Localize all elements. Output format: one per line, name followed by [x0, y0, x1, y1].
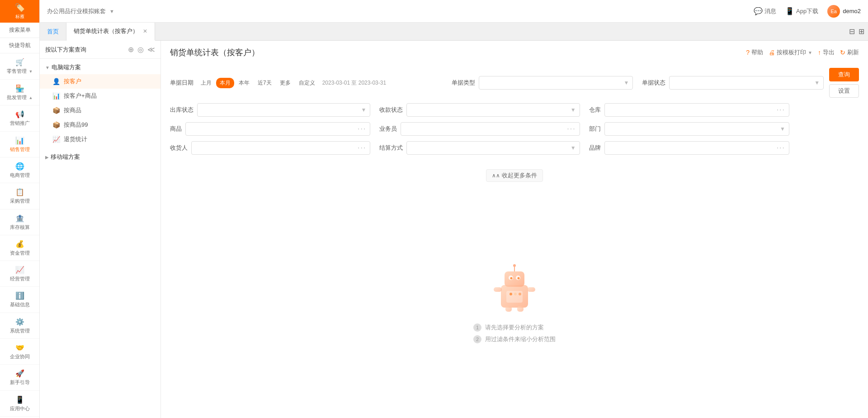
- query-button[interactable]: 查询: [829, 68, 859, 81]
- sidebar-item-guide[interactable]: 🚀 新手引导: [0, 365, 39, 390]
- sidebar-item-purchase[interactable]: 📋 采购管理: [0, 183, 39, 209]
- svg-point-4: [510, 277, 513, 280]
- date-tab-custom[interactable]: 自定义: [295, 78, 319, 88]
- tab-minimize-icon[interactable]: ⊟: [849, 27, 855, 36]
- date-label: 单据日期: [170, 79, 193, 87]
- date-filter-item: 单据日期 上月 本月 本年 近7天 更多 自定义 20: [170, 78, 443, 88]
- settings-scheme-icon[interactable]: ◎: [137, 45, 144, 54]
- tab-maximize-icon[interactable]: ⊞: [859, 27, 864, 36]
- left-panel: 按以下方案查询 ⊕ ◎ ≪ ▼ 电脑端方案 👤 按客户: [40, 41, 161, 418]
- scheme-item-by-customer[interactable]: 👤 按客户: [40, 74, 160, 89]
- print-btn[interactable]: 🖨 按模板打印 ▼: [769, 48, 812, 57]
- order-type-dropdown[interactable]: ▼: [479, 76, 633, 90]
- tab-close-icon[interactable]: ✕: [143, 28, 147, 34]
- receiver-input[interactable]: ···: [191, 141, 370, 155]
- brand-input[interactable]: ···: [604, 141, 789, 155]
- header-title: 办公用品行业模拟账套: [47, 7, 106, 15]
- tab-bar-actions: ⊟ ⊞: [849, 27, 868, 36]
- top-header: 办公用品行业模拟账套 ▼ 💬 消息 📱 App下载 Ea demo2: [40, 0, 868, 23]
- sidebar-item-system[interactable]: ⚙️ 系统管理: [0, 313, 39, 339]
- goods-dots: ···: [358, 125, 366, 133]
- settlement-dropdown[interactable]: ▼: [406, 141, 580, 155]
- user-name: demo2: [843, 8, 861, 14]
- sidebar-item-sales[interactable]: 📊 销售管理: [0, 132, 39, 157]
- tab-home[interactable]: 首页: [40, 23, 66, 41]
- payment-status-dropdown-icon: ▼: [571, 107, 576, 113]
- scheme-item-by-goods-99[interactable]: 📦 按商品99: [40, 118, 160, 132]
- date-tab-this-month[interactable]: 本月: [216, 78, 234, 88]
- sidebar-item-enterprise[interactable]: 🤝 企业协同: [0, 339, 39, 365]
- date-tab-more[interactable]: 更多: [276, 78, 294, 88]
- sidebar-item-inventory[interactable]: 🏦 库存核算: [0, 209, 39, 235]
- quick-nav-item[interactable]: 快捷导航: [0, 38, 39, 53]
- sidebar-item-wholesale[interactable]: 🏪 批发管理 ▲: [0, 80, 39, 106]
- sidebar-item-appcenter[interactable]: 📱 应用中心: [0, 391, 39, 417]
- department-dropdown-icon: ▼: [780, 126, 785, 132]
- sidebar-item-marketing[interactable]: 📢 营销推广: [0, 105, 39, 131]
- tab-sales-stats[interactable]: 销货单统计表（按客户） ✕: [66, 23, 155, 41]
- export-btn[interactable]: ↑ 导出: [818, 48, 835, 57]
- home-tab-label: 首页: [47, 28, 59, 36]
- desktop-section-header[interactable]: ▼ 电脑端方案: [40, 61, 160, 74]
- scheme-item-by-customer-goods[interactable]: 📊 按客户+商品: [40, 89, 160, 103]
- scheme-item-by-goods[interactable]: 📦 按商品: [40, 103, 160, 118]
- department-dropdown[interactable]: ▼: [604, 122, 789, 136]
- add-scheme-icon[interactable]: ⊕: [128, 45, 134, 54]
- salesperson-input[interactable]: ···: [401, 122, 580, 136]
- stock-status-dropdown[interactable]: ▼: [197, 103, 370, 117]
- operation-icon: 📈: [15, 266, 24, 274]
- sidebar-item-ecommerce[interactable]: 🌐 电商管理: [0, 157, 39, 183]
- mobile-arrow-icon: ▶: [45, 155, 49, 160]
- basic-icon: ℹ️: [15, 291, 24, 300]
- page-title-bar: 销货单统计表（按客户） ? 帮助 🖨 按模板打印 ▼ ↑: [161, 41, 868, 62]
- goods-input[interactable]: ···: [185, 122, 370, 136]
- order-status-dropdown-icon: ▼: [814, 80, 820, 86]
- help-btn[interactable]: ? 帮助: [746, 48, 763, 57]
- svg-rect-1: [505, 271, 524, 287]
- app-download-action[interactable]: 📱 App下载: [785, 7, 818, 15]
- warehouse-input[interactable]: ···: [604, 103, 789, 117]
- payment-status-label: 收款状态: [379, 106, 403, 114]
- message-action[interactable]: 💬 消息: [754, 7, 776, 15]
- warehouse-label: 仓库: [589, 106, 601, 114]
- collapse-button[interactable]: ∧∧ 收起更多条件: [486, 169, 543, 182]
- date-tabs: 上月 本月 本年 近7天 更多 自定义: [197, 78, 319, 88]
- user-menu[interactable]: Ea demo2: [827, 5, 861, 18]
- tip-num-2: 2: [473, 335, 481, 343]
- order-status-filter-item: 单据状态 ▼: [642, 76, 824, 90]
- receiver-filter-item: 收货人 ···: [170, 141, 370, 155]
- sidebar-item-operation[interactable]: 📈 经营管理: [0, 261, 39, 287]
- warehouse-filter-item: 仓库 ···: [589, 103, 789, 117]
- desktop-arrow-icon: ▼: [45, 65, 50, 70]
- setting-button[interactable]: 设置: [829, 84, 859, 98]
- date-tab-this-year[interactable]: 本年: [235, 78, 253, 88]
- filter-area: 单据日期 上月 本月 本年 近7天 更多 自定义 20: [161, 62, 868, 166]
- svg-point-15: [519, 293, 521, 295]
- settlement-label: 结算方式: [379, 144, 403, 152]
- stock-status-filter-item: 出库状态 ▼: [170, 103, 370, 117]
- by-customer-goods-label: 按客户+商品: [64, 92, 97, 100]
- page-actions: ? 帮助 🖨 按模板打印 ▼ ↑ 导出 ↻: [746, 48, 859, 57]
- scheme-item-return-stats[interactable]: 📈 退货统计: [40, 132, 160, 147]
- sidebar-item-basic[interactable]: ℹ️ 基础信息: [0, 287, 39, 313]
- date-tab-last-month[interactable]: 上月: [197, 78, 215, 88]
- payment-status-dropdown[interactable]: ▼: [406, 103, 580, 117]
- payment-status-filter-item: 收款状态 ▼: [379, 103, 580, 117]
- sidebar-item-retail[interactable]: 🛒 零售管理 ▼: [0, 53, 39, 80]
- sidebar-menu-list: 🛒 零售管理 ▼ 🏪 批发管理 ▲ 📢 营销推广 📊 销售管理 🌐 电商管理 📋: [0, 53, 39, 418]
- refresh-btn[interactable]: ↻ 刷新: [840, 48, 859, 57]
- logo-text: 标雁: [15, 14, 24, 20]
- mobile-section-header[interactable]: ▶ 移动端方案: [40, 150, 160, 164]
- order-type-filter-item: 单据类型 ▼: [452, 76, 633, 90]
- header-dropdown-icon[interactable]: ▼: [109, 9, 114, 14]
- wholesale-icon: 🏪: [15, 84, 24, 93]
- collapse-panel-icon[interactable]: ≪: [147, 45, 155, 54]
- search-menu-item[interactable]: 搜索菜单: [0, 23, 39, 38]
- date-tab-last-7days[interactable]: 近7天: [254, 78, 275, 88]
- print-dropdown-icon[interactable]: ▼: [808, 50, 812, 55]
- order-status-dropdown[interactable]: ▼: [669, 76, 824, 90]
- enterprise-icon: 🤝: [15, 343, 24, 352]
- sidebar-item-finance[interactable]: 💰 资金管理: [0, 235, 39, 261]
- svg-rect-9: [527, 287, 535, 292]
- filter-row-2: 出库状态 ▼ 收款状态 ▼: [170, 103, 859, 117]
